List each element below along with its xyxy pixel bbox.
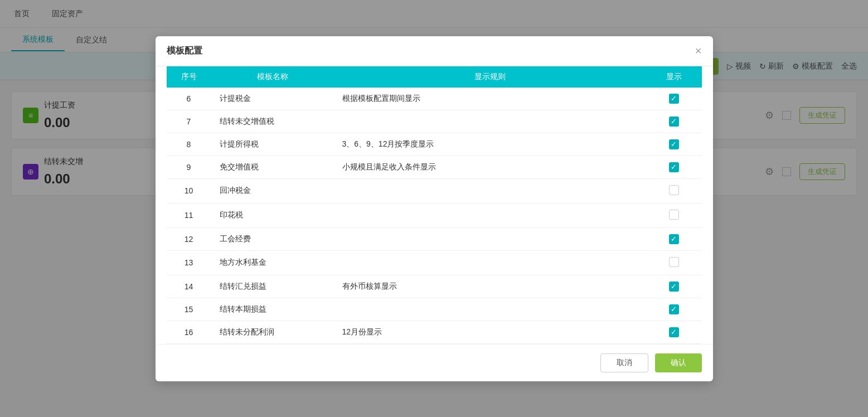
table-row: 14结转汇兑损益有外币核算显示✓ — [167, 275, 702, 298]
cell-checkbox[interactable]: ✓ — [646, 156, 702, 178]
col-header-seq: 序号 — [167, 66, 211, 88]
cell-seq: 9 — [167, 156, 211, 178]
cell-checkbox[interactable]: ✓ — [646, 321, 702, 343]
cell-seq: 13 — [167, 250, 211, 275]
table-row: 8计提所得税3、6、9、12月按季度显示✓ — [167, 133, 702, 156]
modal-close-button[interactable]: × — [695, 45, 702, 56]
cell-name: 结转汇兑损益 — [211, 275, 334, 298]
checkbox-checked[interactable]: ✓ — [669, 162, 679, 172]
cell-name: 结转未交增值税 — [211, 110, 334, 133]
cell-seq: 16 — [167, 321, 211, 343]
table-row: 15结转本期损益✓ — [167, 298, 702, 321]
col-header-name: 模板名称 — [211, 66, 334, 88]
modal-footer: 取消 确认 — [156, 344, 713, 381]
cell-rule: 小规模且满足收入条件显示 — [334, 156, 646, 178]
cell-name: 回冲税金 — [211, 178, 334, 203]
cell-checkbox[interactable]: ✓ — [646, 133, 702, 156]
checkbox-unchecked[interactable] — [669, 185, 679, 195]
col-header-display: 显示 — [646, 66, 702, 88]
cell-seq: 12 — [167, 227, 211, 250]
checkbox-checked[interactable]: ✓ — [669, 139, 679, 149]
table-row: 12工会经费✓ — [167, 227, 702, 250]
modal: 模板配置 × 序号 模板名称 显示规则 显示 6计提税金根据模板配置期间显示✓7… — [156, 36, 713, 381]
cell-rule — [334, 178, 646, 203]
cell-name: 计提所得税 — [211, 133, 334, 156]
cell-name: 结转未分配利润 — [211, 321, 334, 343]
cell-checkbox[interactable]: ✓ — [646, 275, 702, 298]
cell-seq: 10 — [167, 178, 211, 203]
cell-rule — [334, 250, 646, 275]
cell-checkbox[interactable]: ✓ — [646, 298, 702, 321]
checkbox-checked[interactable]: ✓ — [669, 304, 679, 314]
col-header-rule: 显示规则 — [334, 66, 646, 88]
checkbox-checked[interactable]: ✓ — [669, 117, 679, 127]
modal-header: 模板配置 × — [156, 36, 713, 66]
cell-seq: 14 — [167, 275, 211, 298]
cell-rule: 3、6、9、12月按季度显示 — [334, 133, 646, 156]
cell-rule: 有外币核算显示 — [334, 275, 646, 298]
cell-checkbox[interactable] — [646, 250, 702, 275]
cell-checkbox[interactable]: ✓ — [646, 227, 702, 250]
table-row: 16结转未分配利润12月份显示✓ — [167, 321, 702, 343]
table-header: 序号 模板名称 显示规则 显示 — [167, 66, 702, 88]
modal-table-container: 序号 模板名称 显示规则 显示 6计提税金根据模板配置期间显示✓7结转未交增值税… — [156, 66, 713, 344]
cell-seq: 7 — [167, 110, 211, 133]
cell-name: 免交增值税 — [211, 156, 334, 178]
checkbox-checked[interactable]: ✓ — [669, 282, 679, 292]
cell-name: 计提税金 — [211, 88, 334, 110]
table-row: 13地方水利基金 — [167, 250, 702, 275]
cell-seq: 8 — [167, 133, 211, 156]
cell-name: 印花税 — [211, 203, 334, 227]
cell-rule — [334, 227, 646, 250]
cell-name: 结转本期损益 — [211, 298, 334, 321]
cell-rule — [334, 298, 646, 321]
cell-checkbox[interactable]: ✓ — [646, 88, 702, 110]
cell-seq: 6 — [167, 88, 211, 110]
table-row: 9免交增值税小规模且满足收入条件显示✓ — [167, 156, 702, 178]
cell-checkbox[interactable]: ✓ — [646, 110, 702, 133]
checkbox-unchecked[interactable] — [669, 257, 679, 267]
cell-checkbox[interactable] — [646, 178, 702, 203]
table-row: 11印花税 — [167, 203, 702, 227]
cell-rule — [334, 203, 646, 227]
cell-name: 地方水利基金 — [211, 250, 334, 275]
cell-seq: 15 — [167, 298, 211, 321]
modal-title: 模板配置 — [167, 45, 202, 57]
modal-overlay: 模板配置 × 序号 模板名称 显示规则 显示 6计提税金根据模板配置期间显示✓7… — [0, 0, 868, 417]
cell-name: 工会经费 — [211, 227, 334, 250]
cell-checkbox[interactable] — [646, 203, 702, 227]
checkbox-unchecked[interactable] — [669, 210, 679, 220]
table-row: 6计提税金根据模板配置期间显示✓ — [167, 88, 702, 110]
config-table: 序号 模板名称 显示规则 显示 6计提税金根据模板配置期间显示✓7结转未交增值税… — [167, 66, 702, 344]
table-row: 10回冲税金 — [167, 178, 702, 203]
cell-seq: 11 — [167, 203, 211, 227]
cell-rule — [334, 110, 646, 133]
cell-rule: 根据模板配置期间显示 — [334, 88, 646, 110]
cell-rule: 12月份显示 — [334, 321, 646, 343]
checkbox-checked[interactable]: ✓ — [669, 327, 679, 337]
checkbox-checked[interactable]: ✓ — [669, 234, 679, 244]
cancel-button[interactable]: 取消 — [600, 353, 648, 372]
table-body: 6计提税金根据模板配置期间显示✓7结转未交增值税✓8计提所得税3、6、9、12月… — [167, 88, 702, 344]
table-row: 7结转未交增值税✓ — [167, 110, 702, 133]
checkbox-checked[interactable]: ✓ — [669, 94, 679, 104]
confirm-button[interactable]: 确认 — [655, 353, 702, 372]
